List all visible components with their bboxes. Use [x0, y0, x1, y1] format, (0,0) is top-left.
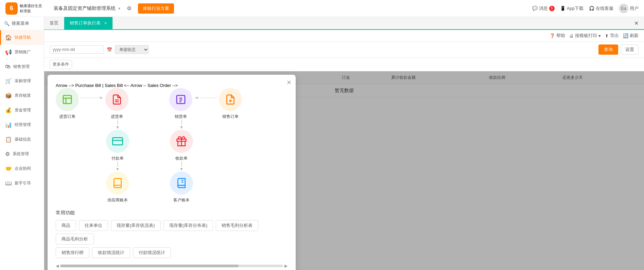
arrow-v2-head: ▼ — [179, 125, 184, 130]
wf-payment-bill[interactable]: 付款单 — [106, 130, 129, 161]
set-button[interactable]: 设置 — [621, 44, 639, 55]
popup-scrollbar: ◀ ▶ — [56, 261, 288, 268]
sidebar-item-quick-nav[interactable]: 🏠 快捷导航 — [0, 30, 44, 45]
main-layout: 🔍 搜索菜单 🏠 快捷导航 📢 营销推广 🛍 销售管理 🛒 采购管理 📦 — [0, 17, 644, 270]
svg-marker-4 — [100, 96, 103, 99]
purchase-bill-icon — [105, 88, 128, 111]
sales-order-icon — [219, 88, 242, 111]
basic-info-icon: 📋 — [5, 136, 12, 143]
message-icon: 💬 — [532, 6, 538, 11]
scroll-left-icon[interactable]: ◀ — [56, 264, 59, 268]
tab-close-icon[interactable]: ✕ — [104, 21, 107, 25]
scroll-right-icon[interactable]: ▶ — [284, 264, 288, 268]
sidebar-item-system[interactable]: ⚙ 系统管理 — [0, 147, 44, 161]
search-icon: 🔍 — [4, 21, 10, 26]
wf-supplier-ledger[interactable]: 供应商账本 — [106, 172, 129, 203]
content-inner: 品 商品 金额 预估毛利 预估毛利率 订金 累计收款金额 收款比例 还差多少天 — [44, 71, 644, 270]
popup: ✕ Arrow --> Purchase Bill | Sales Bill <… — [48, 75, 296, 270]
fn-buttons-row1: 商品 往来单位 现存量(库存状况表) 现存量(库存分布表) 销售毛利分析表 商品… — [56, 220, 288, 245]
headset-icon: 🎧 — [589, 6, 594, 11]
receipt-bill-icon — [170, 130, 193, 153]
status-select[interactable]: 单据状态 — [115, 45, 149, 54]
user-menu[interactable]: Ea 用户 — [619, 4, 639, 13]
trial-button[interactable]: 体验行业方案 — [138, 3, 174, 14]
workflow-row4-arrows: ▼ ▼ — [56, 161, 288, 172]
arrow-v1-head: ▼ — [116, 125, 120, 130]
sidebar-item-basic-info[interactable]: 📋 基础信息 — [0, 132, 44, 147]
arrow-h2 — [192, 95, 219, 100]
wf-receipt-bill[interactable]: 收款单 — [170, 130, 193, 161]
online-service-button[interactable]: 🎧 在线客服 — [589, 5, 613, 12]
sales-bill-icon — [169, 88, 192, 111]
fn-btn-payment-stat[interactable]: 付款情况统计 — [133, 247, 171, 258]
more-conditions-bar: 更多条件 — [44, 58, 644, 71]
dropdown-arrow-icon[interactable]: ▾ — [118, 6, 120, 11]
common-functions-title: 常用功能 — [56, 210, 288, 216]
newbie-icon: 📖 — [5, 180, 12, 186]
sidebar-item-finance[interactable]: 💰 资金管理 — [0, 103, 44, 118]
operation-icon: 📊 — [5, 122, 12, 128]
print-button[interactable]: 🖨 按模板打印 ▾ — [569, 33, 601, 39]
fn-btn-receipt-stat[interactable]: 收款情况统计 — [92, 247, 130, 258]
inventory-icon: 📦 — [5, 92, 12, 99]
overlay: ✕ Arrow --> Purchase Bill | Sales Bill <… — [44, 71, 644, 270]
payment-bill-icon — [106, 130, 129, 153]
download-icon: 📱 — [560, 6, 565, 11]
sidebar-item-newbie[interactable]: 📖 新手引导 — [0, 176, 44, 191]
message-badge: 5 — [549, 6, 555, 11]
workflow-diagram: Arrow --> Purchase Bill | Sales Bill <--… — [56, 83, 288, 203]
fn-btn-goods[interactable]: 商品 — [56, 220, 76, 231]
sidebar-item-sales[interactable]: 🛍 销售管理 — [0, 59, 44, 74]
tab-sales-order[interactable]: 销售订单执行表 ✕ — [64, 17, 113, 30]
sidebar-item-marketing[interactable]: 📢 营销推广 — [0, 45, 44, 59]
settings-icon[interactable]: ⚙ — [124, 4, 134, 13]
filter-bar: 📅 单据状态 查询 设置 — [44, 42, 644, 58]
wf-purchase-order[interactable]: 进货订单 — [56, 88, 79, 120]
workflow-row3: 付款单 收款单 — [56, 130, 288, 161]
help-button[interactable]: ❓ 帮助 — [550, 33, 565, 39]
wf-sales-order[interactable]: 销售订单 — [219, 88, 242, 120]
print-icon: 🖨 — [569, 33, 574, 38]
arrow-v1-line — [118, 120, 118, 125]
tab-home[interactable]: 首页 — [44, 17, 64, 30]
fn-btn-inventory-status[interactable]: 现存量(库存状况表) — [111, 220, 161, 231]
wf-customer-ledger[interactable]: 客户账本 — [170, 172, 193, 203]
sidebar-item-purchase[interactable]: 🛒 采购管理 — [0, 74, 44, 88]
refresh-icon: 🔄 — [623, 33, 628, 38]
fn-btn-inventory-dist[interactable]: 现存量(库存分布表) — [163, 220, 213, 231]
sidebar: 🔍 搜索菜单 🏠 快捷导航 📢 营销推广 🛍 销售管理 🛒 采购管理 📦 — [0, 17, 44, 270]
fn-btn-sales-rank[interactable]: 销售排行榜 — [56, 247, 89, 258]
sidebar-item-enterprise[interactable]: 🤝 企业协同 — [0, 161, 44, 176]
purchase-icon: 🛒 — [5, 78, 12, 84]
export-icon: ⬆ — [605, 33, 609, 38]
wf-sales-bill[interactable]: 销货单 — [169, 88, 192, 120]
more-conditions-button[interactable]: 更多条件 — [50, 60, 72, 69]
fn-buttons-row2: 销售排行榜 收款情况统计 付款情况统计 — [56, 247, 288, 258]
sidebar-item-inventory[interactable]: 📦 库存核算 — [0, 88, 44, 103]
popup-close-button[interactable]: ✕ — [286, 79, 292, 86]
scroll-track[interactable] — [60, 265, 283, 267]
app-container: 6 畅康通好生意 标准版 装备及固定资产辅助管理系统 ▾ ⚙ 体验行业方案 💬 … — [0, 0, 644, 270]
toolbar: ❓ 帮助 🖨 按模板打印 ▾ ⬆ 导出 🔄 刷新 — [44, 30, 644, 42]
finance-icon: 💰 — [5, 107, 12, 113]
export-button[interactable]: ⬆ 导出 — [605, 33, 619, 39]
sidebar-item-operation[interactable]: 📊 经营管理 — [0, 118, 44, 132]
svg-rect-0 — [63, 95, 71, 104]
toolbar-right: ❓ 帮助 🖨 按模板打印 ▾ ⬆ 导出 🔄 刷新 — [550, 33, 639, 39]
search-button[interactable]: 查询 — [598, 44, 618, 55]
date-input[interactable] — [50, 46, 104, 54]
fn-btn-sales-gross[interactable]: 销售毛利分析表 — [216, 220, 258, 231]
refresh-button[interactable]: 🔄 刷新 — [623, 33, 639, 39]
tab-bar-close-icon[interactable]: ✕ — [629, 17, 644, 30]
calendar-icon[interactable]: 📅 — [107, 47, 112, 52]
customer-ledger-icon — [170, 172, 193, 195]
fn-btn-units[interactable]: 往来单位 — [79, 220, 108, 231]
fn-btn-goods-gross[interactable]: 商品毛利分析 — [56, 234, 94, 245]
home-icon: 🏠 — [5, 34, 12, 41]
top-bar: 6 畅康通好生意 标准版 装备及固定资产辅助管理系统 ▾ ⚙ 体验行业方案 💬 … — [0, 0, 644, 17]
app-download-button[interactable]: 📱 App下载 — [560, 5, 584, 12]
wf-purchase-bill[interactable]: 进货单 — [105, 88, 128, 120]
search-menu-button[interactable]: 🔍 搜索菜单 — [0, 17, 44, 30]
purchase-order-icon — [56, 88, 79, 111]
message-button[interactable]: 💬 消息 5 — [532, 5, 555, 12]
